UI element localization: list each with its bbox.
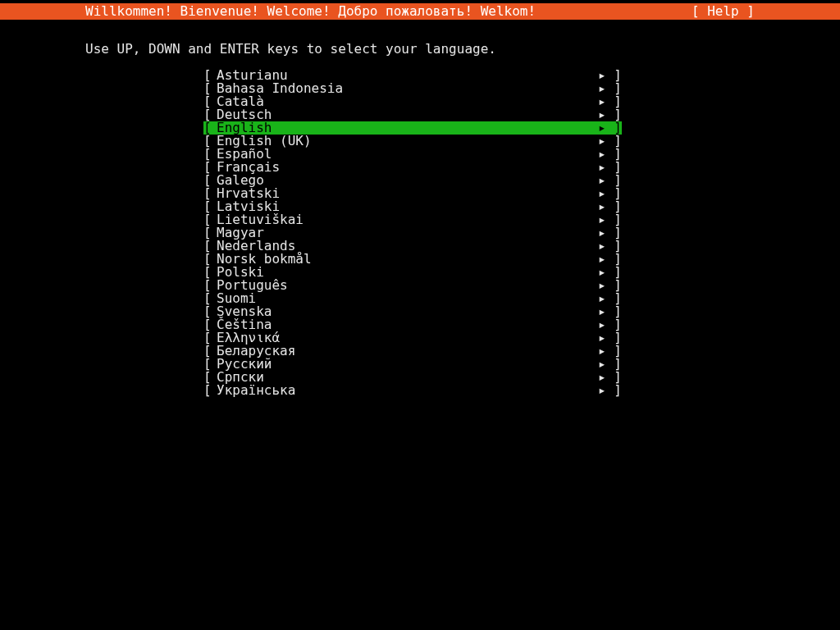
language-option[interactable]: [ Українська▸ ] (203, 384, 622, 397)
language-option[interactable]: [ Français▸ ] (203, 161, 622, 174)
language-option[interactable]: [ Norsk bokmål▸ ] (203, 253, 622, 266)
chevron-right-icon: ▸ (598, 384, 606, 397)
header-bar: Willkommen! Bienvenue! Welcome! Добро по… (0, 3, 840, 20)
language-label: Українська (217, 384, 295, 397)
bracket-close: ] (606, 382, 622, 398)
language-option[interactable]: [ Português▸ ] (203, 279, 622, 292)
instruction-text: Use UP, DOWN and ENTER keys to select yo… (85, 43, 496, 56)
header-title: Willkommen! Bienvenue! Welcome! Добро по… (85, 5, 536, 18)
language-option[interactable]: [ Bahasa Indonesia▸ ] (203, 82, 622, 95)
language-option[interactable]: [ Русский▸ ] (203, 358, 622, 371)
language-list: [ Asturianu▸ ][ Bahasa Indonesia▸ ][ Cat… (203, 69, 622, 397)
bracket-open: [ (203, 384, 217, 397)
option-right: ▸ ] (598, 384, 622, 397)
language-option[interactable]: [ Lietuviškai▸ ] (203, 213, 622, 226)
help-button[interactable]: [ Help ] (692, 5, 755, 18)
